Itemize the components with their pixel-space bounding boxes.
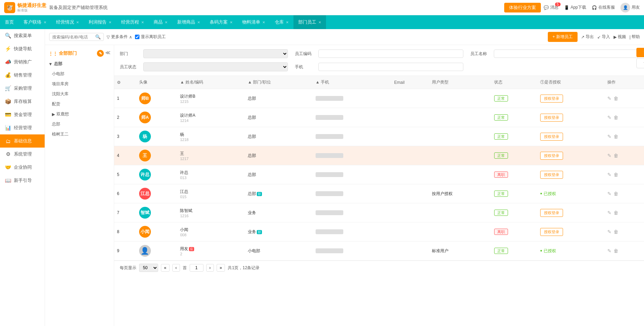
dept-item-zhishuwang[interactable]: 植树王二 xyxy=(45,129,114,139)
auth-button[interactable]: 授权登录 xyxy=(540,95,563,103)
sidebar-item-quicknav[interactable]: ⚡ 快捷导航 xyxy=(0,42,45,55)
page-size-select[interactable]: 50 100 xyxy=(139,264,158,272)
prev-prev-btn[interactable]: « xyxy=(161,264,170,272)
delete-icon[interactable]: 🗑 xyxy=(614,172,618,177)
sidebar-item-purchase[interactable]: 🛒 采购管理 xyxy=(0,82,45,95)
edit-icon[interactable]: ✎ xyxy=(607,248,611,254)
user-action[interactable]: 👤 用友 xyxy=(620,3,640,12)
emp-status-select[interactable] xyxy=(143,62,288,71)
edit-icon[interactable]: ✎ xyxy=(607,153,611,158)
nav-item-profit[interactable]: 利润报告✕ xyxy=(84,15,116,29)
nav-item-operation[interactable]: 经营情况✕ xyxy=(51,15,84,29)
dept-item-shenyang[interactable]: 沈阳大库 xyxy=(45,89,114,99)
search-icon-btn[interactable]: 🔍 xyxy=(95,34,101,39)
nav-item-customer[interactable]: 客户联络✕ xyxy=(19,15,51,29)
show-resigned-checkbox[interactable] xyxy=(135,35,139,39)
next-next-btn[interactable]: » xyxy=(217,264,225,272)
delete-icon[interactable]: 🗑 xyxy=(614,153,618,158)
avatar-circle: 王 xyxy=(139,150,151,161)
sidebar-item-guide[interactable]: 📖 新手引导 xyxy=(0,174,45,187)
nav-item-home[interactable]: 首页 xyxy=(0,15,19,29)
nav-item-bom[interactable]: 物料清单✕ xyxy=(237,15,270,29)
dept-item-shuangluxiang[interactable]: ▶ 双鹿想 xyxy=(45,109,114,119)
col-email: Email xyxy=(391,76,429,89)
edit-icon[interactable]: ✎ xyxy=(607,134,611,139)
edit-icon[interactable]: ✎ xyxy=(607,96,611,101)
sidebar-item-finance[interactable]: 💳 资金管理 xyxy=(0,108,45,121)
cell-action: ✎ 🗑 xyxy=(605,127,644,146)
phone-input[interactable] xyxy=(318,63,463,71)
help-icon: | xyxy=(629,35,631,39)
sidebar-item-marketing[interactable]: 📣 营销推广 xyxy=(0,55,45,69)
delete-icon[interactable]: 🗑 xyxy=(614,115,618,120)
dept-item-zongbu-group[interactable]: ▼ 总部 xyxy=(45,59,114,69)
col-dept[interactable]: ▲ 部门/职位 xyxy=(245,76,313,89)
cell-status: 正常 xyxy=(491,203,537,222)
nav-item-history[interactable]: 经营历程✕ xyxy=(116,15,149,29)
auth-button[interactable]: 授权登录 xyxy=(540,171,563,179)
nav-item-add-goods[interactable]: 新增商品✕ xyxy=(172,15,205,29)
search-input[interactable] xyxy=(52,35,94,39)
view-btn[interactable]: ▶ 视频 xyxy=(614,34,626,40)
system-title: 装备及固定资产辅助管理系统 xyxy=(49,5,501,11)
import-btn[interactable]: ↙ 导入 xyxy=(597,34,610,40)
cell-dept: 小电部 xyxy=(245,241,313,261)
next-btn[interactable]: › xyxy=(206,264,214,272)
auth-button[interactable]: 授权登录 xyxy=(540,152,563,160)
auth-button[interactable]: 授权登录 xyxy=(540,133,563,141)
add-employee-button[interactable]: + 新增员工 xyxy=(548,32,578,42)
dept-edit-icon[interactable]: ✎ xyxy=(97,50,104,57)
edit-icon[interactable]: ✎ xyxy=(607,210,611,215)
trial-button[interactable]: 体验行业方案 xyxy=(504,3,541,12)
nav-item-goods[interactable]: 商品✕ xyxy=(149,15,172,29)
edit-icon[interactable]: ✎ xyxy=(607,229,611,235)
sidebar-item-business[interactable]: 📊 经营管理 xyxy=(0,121,45,134)
query-button[interactable]: 查询 xyxy=(636,48,644,57)
nav-item-barcode[interactable]: 条码方案✕ xyxy=(205,15,237,29)
online-service-action[interactable]: 🎧 在线客服 xyxy=(592,5,615,10)
cell-no: 3 xyxy=(114,127,136,146)
dept-item-zongbu[interactable]: 总部 xyxy=(45,119,114,129)
edit-icon[interactable]: ✎ xyxy=(607,191,611,196)
emp-name-input[interactable] xyxy=(494,50,638,58)
nav-item-employees[interactable]: 部门员工✕ xyxy=(293,15,326,29)
more-filter-btn[interactable]: ▽ 更多条件 ∧ xyxy=(107,34,132,40)
collapse-btn[interactable]: ≪ xyxy=(105,50,110,57)
cell-phone xyxy=(313,165,391,184)
sidebar-item-sales[interactable]: 💰 销售管理 xyxy=(0,69,45,82)
col-settings[interactable]: ⚙ xyxy=(114,76,136,89)
delete-icon[interactable]: 🗑 xyxy=(614,96,618,101)
sidebar-item-basic-info[interactable]: 🗂 基础信息 xyxy=(0,134,45,148)
col-phone[interactable]: ▲ 手机 xyxy=(313,76,391,89)
dept-item-peihuo[interactable]: 配货 xyxy=(45,99,114,109)
help-btn[interactable]: | 帮助 xyxy=(629,34,640,40)
edit-icon[interactable]: ✎ xyxy=(607,172,611,177)
auth-button[interactable]: 授权登录 xyxy=(540,228,563,236)
sidebar-item-system[interactable]: ⚙ 系统管理 xyxy=(0,148,45,161)
nav-item-warehouse[interactable]: 仓库✕ xyxy=(270,15,293,29)
auth-button[interactable]: 授权登录 xyxy=(540,114,563,122)
set-button[interactable]: 设置 xyxy=(636,58,644,68)
edit-icon[interactable]: ✎ xyxy=(607,115,611,120)
delete-icon[interactable]: 🗑 xyxy=(614,210,618,215)
sidebar-item-search[interactable]: 🔍 搜索菜单 xyxy=(0,29,45,42)
delete-icon[interactable]: 🗑 xyxy=(614,134,618,139)
cell-status: 正常 xyxy=(491,108,537,127)
sidebar-item-inventory[interactable]: 📦 库存核算 xyxy=(0,95,45,108)
delete-icon[interactable]: 🗑 xyxy=(614,248,618,254)
emp-code-input[interactable] xyxy=(318,50,463,58)
page-input[interactable] xyxy=(190,264,203,272)
dept-select[interactable] xyxy=(143,49,288,58)
auth-button[interactable]: 授权登录 xyxy=(540,209,563,217)
app-download-action[interactable]: 📱 App下载 xyxy=(564,5,586,10)
dept-item-xiaodian[interactable]: 小电部 xyxy=(45,69,114,79)
sidebar-item-collab[interactable]: 🤝 企业协同 xyxy=(0,161,45,174)
col-name[interactable]: ▲ 姓名/编码 xyxy=(177,76,245,89)
export-btn[interactable]: ↗ 导出 xyxy=(581,34,594,40)
message-action[interactable]: 💬 消息 5 xyxy=(544,5,559,10)
show-resigned-label[interactable]: 显示离职员工 xyxy=(135,34,166,40)
prev-btn[interactable]: ‹ xyxy=(172,264,180,272)
dept-item-project[interactable]: 项目库房 xyxy=(45,79,114,89)
delete-icon[interactable]: 🗑 xyxy=(614,229,618,235)
delete-icon[interactable]: 🗑 xyxy=(614,191,618,196)
